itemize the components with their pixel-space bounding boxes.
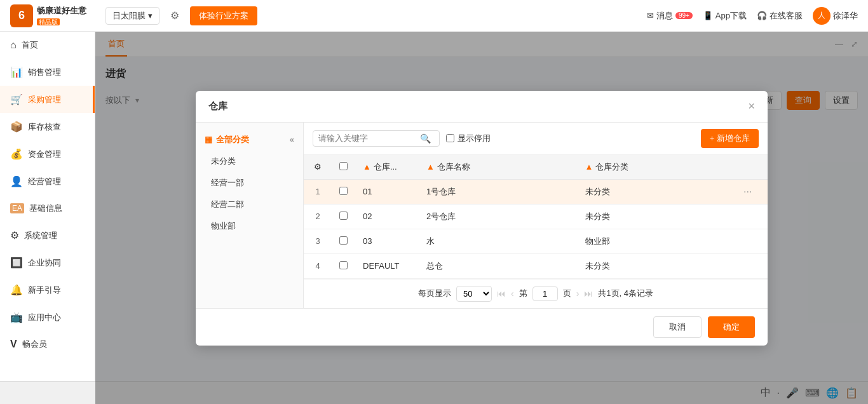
row-checkbox-cell[interactable] [332, 229, 355, 253]
all-category-label: 全部分类 [216, 134, 249, 145]
sidebar-item-system[interactable]: ⚙ 系统管理 [0, 222, 95, 249]
row-action[interactable] [736, 204, 768, 229]
modal-sidebar-header[interactable]: ▦ 全部分类 « [196, 129, 303, 151]
row-checkbox[interactable] [339, 187, 348, 195]
sidebar-cat-dept2[interactable]: 经营二部 [196, 194, 303, 215]
sidebar-item-base-info[interactable]: EA 基础信息 [0, 195, 95, 222]
sidebar-item-vip[interactable]: V 畅会员 [0, 331, 95, 358]
trial-btn[interactable]: 体验行业方案 [190, 6, 257, 25]
sidebar-item-apps[interactable]: 📺 应用中心 [0, 304, 95, 331]
row-num: 3 [304, 229, 332, 253]
sidebar-item-inventory[interactable]: 📦 库存核查 [0, 113, 95, 140]
disabled-checkbox-input[interactable] [446, 134, 454, 142]
sidebar: ⌂ 首页 📊 销售管理 🛒 采购管理 📦 库存核查 💰 资金管理 👤 经营管理 … [0, 32, 95, 404]
sidebar-label-vip: 畅会员 [22, 339, 47, 350]
sidebar-item-purchase[interactable]: 🛒 采购管理 [0, 86, 95, 113]
sidebar-label-inventory: 库存核查 [28, 121, 61, 133]
row-code: 03 [355, 229, 419, 253]
confirm-btn[interactable]: 确定 [708, 316, 755, 338]
sidebar-item-home[interactable]: ⌂ 首页 [0, 32, 95, 58]
row-checkbox[interactable] [339, 261, 348, 269]
sidebar-label-finance: 资金管理 [28, 149, 61, 160]
sidebar-cat-unclassified[interactable]: 未分类 [196, 151, 303, 172]
home-icon: ⌂ [10, 39, 17, 51]
system-icon: ⚙ [10, 229, 19, 241]
th-checkbox [332, 155, 355, 180]
message-label: 消息 [656, 10, 673, 22]
page-next-btn[interactable]: › [576, 288, 580, 299]
row-checkbox-cell[interactable] [332, 179, 355, 204]
service-btn[interactable]: 🎧 在线客服 [757, 10, 803, 22]
table-row[interactable]: 3 03 水 物业部 [304, 229, 768, 253]
guide-icon: 🔔 [10, 284, 23, 296]
app-download-btn[interactable]: 📱 App下载 [703, 10, 747, 22]
sidebar-item-operations[interactable]: 👤 经营管理 [0, 168, 95, 195]
table-row[interactable]: 2 02 2号仓库 未分类 [304, 204, 768, 229]
sidebar-item-enterprise[interactable]: 🔲 企业协同 [0, 249, 95, 276]
modal-close-btn[interactable]: × [748, 100, 755, 113]
row-checkbox[interactable] [339, 236, 348, 245]
modal-footer: 取消 确定 [196, 308, 768, 346]
modal-header: 仓库 × [196, 91, 768, 123]
table-header-row: ⚙ ▲ 仓库... [304, 155, 768, 180]
row-num: 4 [304, 253, 332, 278]
row-name: 1号仓库 [419, 179, 578, 204]
sort-icon-cat: ▲ [585, 162, 593, 172]
sidebar-label-guide: 新手引导 [28, 285, 61, 296]
sidebar-cat-property[interactable]: 物业部 [196, 215, 303, 237]
sidebar-label-system: 系统管理 [24, 230, 57, 241]
sidebar-item-sales[interactable]: 📊 销售管理 [0, 58, 95, 86]
page-last-btn[interactable]: ⏭ [584, 288, 593, 299]
row-action[interactable] [736, 229, 768, 253]
page-number-input[interactable] [532, 286, 558, 301]
sidebar-collapse-btn[interactable]: « [290, 135, 294, 144]
store-selector[interactable]: 日太阳膜 ▾ [105, 7, 159, 25]
topbar: 6 畅康道好生意 精品版 日太阳膜 ▾ ⚙ 体验行业方案 ✉ 消息 99+ 📱 … [0, 0, 868, 32]
row-category: 物业部 [578, 229, 736, 253]
message-btn[interactable]: ✉ 消息 99+ [647, 10, 693, 22]
th-settings[interactable]: ⚙ [304, 155, 332, 180]
modal-pagination: 每页显示 10 20 50 100 ⏮ ‹ 第 页 [304, 279, 768, 308]
row-checkbox-cell[interactable] [332, 253, 355, 278]
page-first-btn[interactable]: ⏮ [497, 288, 506, 299]
page-prev-btn[interactable]: ‹ [511, 288, 514, 299]
add-warehouse-btn[interactable]: + 新增仓库 [701, 129, 759, 148]
row-checkbox[interactable] [339, 212, 348, 220]
row-action[interactable]: ··· [736, 179, 768, 204]
page-suffix: 页 [563, 288, 571, 299]
sidebar-label-home: 首页 [22, 39, 38, 51]
table-row[interactable]: 1 01 1号仓库 未分类 ··· [304, 179, 768, 204]
modal-table: ⚙ ▲ 仓库... [304, 155, 768, 279]
user-name: 徐泽华 [833, 10, 858, 22]
search-input[interactable] [318, 133, 420, 143]
search-box[interactable]: 🔍 [313, 130, 440, 147]
logo-text: 畅康道好生意 精品版 [37, 5, 86, 27]
sidebar-label-enterprise: 企业协同 [28, 257, 61, 269]
row-code: 01 [355, 179, 419, 204]
service-label: 在线客服 [770, 10, 803, 22]
sidebar-cat-dept1[interactable]: 经营一部 [196, 172, 303, 194]
table-row[interactable]: 4 DEFAULT 总仓 未分类 [304, 253, 768, 278]
avatar: 人 [813, 7, 831, 25]
th-action [736, 155, 768, 180]
sidebar-item-guide[interactable]: 🔔 新手引导 [0, 276, 95, 304]
search-icon[interactable]: 🔍 [420, 133, 431, 144]
show-disabled-checkbox[interactable]: 显示停用 [446, 133, 491, 144]
per-page-select[interactable]: 10 20 50 100 [456, 286, 492, 302]
modal-content-area: 🔍 显示停用 + 新增仓库 [304, 123, 768, 308]
th-code: ▲ 仓库... [355, 155, 419, 180]
select-all-checkbox[interactable] [339, 162, 348, 170]
apps-icon: 📺 [10, 311, 23, 323]
row-category: 未分类 [578, 204, 736, 229]
settings-gear-icon[interactable]: ⚙ [165, 6, 185, 26]
row-checkbox-cell[interactable] [332, 204, 355, 229]
row-name: 总仓 [419, 253, 578, 278]
sidebar-label-base-info: 基础信息 [29, 203, 62, 214]
row-action[interactable] [736, 253, 768, 278]
row-category: 未分类 [578, 253, 736, 278]
user-btn[interactable]: 人 徐泽华 [813, 7, 858, 25]
cancel-btn[interactable]: 取消 [653, 316, 702, 338]
topbar-right: ✉ 消息 99+ 📱 App下载 🎧 在线客服 人 徐泽华 [647, 7, 858, 25]
row-ellipsis-btn[interactable]: ··· [743, 186, 752, 197]
sidebar-item-finance[interactable]: 💰 资金管理 [0, 140, 95, 168]
